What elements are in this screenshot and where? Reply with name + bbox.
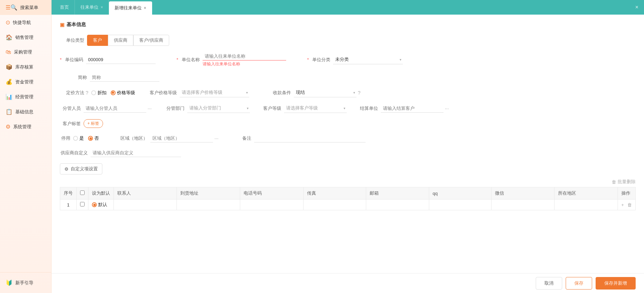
tab-new-partner[interactable]: 新增往来单位 ×: [109, 1, 152, 15]
cpl-dropdown[interactable]: 请选择客户价格等级 ▾: [180, 88, 249, 97]
custom-settings-button[interactable]: ⚙ 自定义项设置: [60, 163, 102, 174]
code-name-category-row: * 单位编码 * 单位名称 请输入往来单位名称 * 单位分类: [60, 52, 636, 67]
col-email: 邮箱: [366, 187, 429, 200]
col-wechat: 微信: [492, 187, 554, 200]
sidebar-item-search[interactable]: ☰🔍 搜索菜单: [0, 0, 51, 15]
disabled-region-row: 停用 是 否 区域（地区） ···: [60, 134, 636, 143]
settlement-more-icon[interactable]: ···: [443, 106, 450, 111]
pricing-discount-radio[interactable]: 折扣: [91, 90, 107, 96]
row-checkbox[interactable]: [80, 202, 85, 206]
sidebar-item-system[interactable]: ⚙ 系统管理: [0, 119, 51, 134]
unit-name-input[interactable]: [203, 52, 286, 60]
sidebar-item-purchase[interactable]: 🛍 采购管理: [0, 45, 51, 59]
sidebar-item-inventory[interactable]: 📦 库存核算: [0, 59, 51, 74]
guide-icon: 🔰: [6, 279, 13, 286]
save-and-new-button[interactable]: 保存并新增: [596, 277, 636, 290]
save-button[interactable]: 保存: [566, 277, 592, 290]
unit-category-value: 未分类: [335, 56, 398, 63]
sidebar-item-base-info[interactable]: 📋 基础信息: [0, 104, 51, 119]
search-icon: ☰🔍: [6, 4, 17, 11]
row-wechat[interactable]: [492, 200, 554, 210]
region-input[interactable]: [150, 134, 213, 143]
row-default-label: 默认: [98, 202, 107, 208]
sidebar-item-finance[interactable]: 💰 资金管理: [0, 74, 51, 89]
manager-input[interactable]: [84, 104, 146, 113]
tab-home[interactable]: 首页: [54, 0, 75, 15]
unit-type-customer-btn[interactable]: 客户: [87, 35, 108, 46]
row-delete-icon[interactable]: 🗑: [627, 202, 632, 207]
pricing-row: 定价方法 ? 折扣 价格等级 客户价格等级 请选择客户价格等级: [60, 88, 636, 97]
row-region[interactable]: [554, 200, 618, 210]
unit-type-label: 单位类型: [60, 37, 84, 43]
inventory-icon: 📦: [6, 64, 13, 70]
row-region-input[interactable]: [558, 202, 614, 207]
row-qq-input[interactable]: [433, 202, 488, 207]
unit-category-dropdown[interactable]: 未分类 ▾: [333, 55, 403, 64]
row-qq[interactable]: [429, 200, 492, 210]
form-content: ▣ 基本信息 单位类型 客户 供应商 客户/供应商 * 单位编码: [52, 15, 644, 273]
sidebar-item-quick-nav[interactable]: ⊙ 快捷导航: [0, 15, 51, 30]
pricing-level-radio[interactable]: 价格等级: [111, 90, 135, 96]
col-default: 设为默认: [88, 187, 114, 200]
no-radio-outer: [88, 136, 93, 141]
row-address-input[interactable]: [180, 202, 236, 207]
finance-icon: 💰: [6, 79, 13, 85]
level-radio-outer: [111, 90, 116, 95]
pricing-help-icon[interactable]: ?: [86, 90, 88, 96]
unit-type-supplier-btn[interactable]: 供应商: [108, 35, 133, 46]
sidebar-item-guide[interactable]: 🔰 新手引导: [0, 275, 51, 290]
row-add-icon[interactable]: +: [621, 202, 624, 207]
supplier-custom-input[interactable]: [91, 149, 181, 157]
row-phone[interactable]: [240, 200, 304, 210]
dept-placeholder: 请输入分管部门: [189, 105, 245, 111]
row-wechat-input[interactable]: [495, 202, 550, 207]
unit-code-input[interactable]: [86, 56, 156, 64]
row-email[interactable]: [366, 200, 429, 210]
select-all-checkbox[interactable]: [80, 190, 85, 195]
payment-label: 收款条件: [270, 90, 291, 96]
unit-type-both-btn[interactable]: 客户/供应商: [133, 35, 169, 46]
cust-level-chevron-icon: ▾: [344, 106, 345, 110]
settlement-input[interactable]: [381, 104, 443, 113]
section-icon: ▣: [60, 22, 64, 27]
cancel-button[interactable]: 取消: [536, 277, 562, 290]
disabled-yes-radio[interactable]: 是: [73, 135, 84, 141]
tab-close-partners[interactable]: ×: [101, 5, 103, 10]
row-contact[interactable]: [114, 200, 177, 210]
row-email-input[interactable]: [370, 202, 425, 207]
tab-close-new-partner[interactable]: ×: [144, 6, 146, 10]
cust-level-dropdown[interactable]: 请选择客户等级 ▾: [284, 104, 347, 113]
col-address: 到货地址: [177, 187, 240, 200]
payment-dropdown[interactable]: 现结 ▾: [294, 88, 356, 97]
sidebar-item-sales[interactable]: 🏠 销售管理: [0, 30, 51, 45]
col-region: 所在地区: [554, 187, 618, 200]
row-default-radio[interactable]: 默认: [92, 202, 110, 208]
row-check[interactable]: [77, 200, 88, 210]
row-address[interactable]: [177, 200, 240, 210]
disabled-no-radio[interactable]: 否: [88, 135, 99, 141]
supplier-custom-label: 供应商自定义: [60, 150, 88, 156]
tab-partners[interactable]: 往来单位 ×: [75, 0, 109, 15]
disabled-label: 停用: [60, 135, 70, 141]
manager-more-icon[interactable]: ···: [146, 106, 153, 111]
row-phone-input[interactable]: [244, 202, 300, 207]
remark-input[interactable]: [254, 134, 366, 143]
row-fax-input[interactable]: [307, 202, 362, 207]
region-more-icon[interactable]: ···: [213, 136, 220, 141]
row-contact-input[interactable]: [117, 202, 173, 207]
disabled-no-label: 否: [94, 135, 99, 141]
abbreviation-input[interactable]: [90, 73, 159, 82]
sidebar-item-operations[interactable]: 📊 经营管理: [0, 89, 51, 104]
row-seq: 1: [60, 200, 77, 210]
batch-delete-button[interactable]: 🗑 批量删除: [60, 179, 636, 185]
manager-label: 分管人员: [60, 105, 81, 112]
row-fax[interactable]: [304, 200, 366, 210]
pricing-label: 定价方法: [60, 90, 84, 96]
contact-table: 序号 设为默认 联系人 到货地址 电话号码 传真 邮箱 qq 微信 所在地区 操…: [60, 187, 636, 210]
add-tag-button[interactable]: + 标签: [84, 119, 103, 128]
payment-help-icon[interactable]: ?: [358, 90, 361, 96]
dept-dropdown[interactable]: 请输入分管部门 ▾: [187, 104, 250, 113]
unit-category-label: 单位分类: [309, 57, 330, 63]
close-all-tabs-button[interactable]: ×: [633, 4, 641, 10]
payment-chevron-icon: ▾: [353, 91, 355, 95]
